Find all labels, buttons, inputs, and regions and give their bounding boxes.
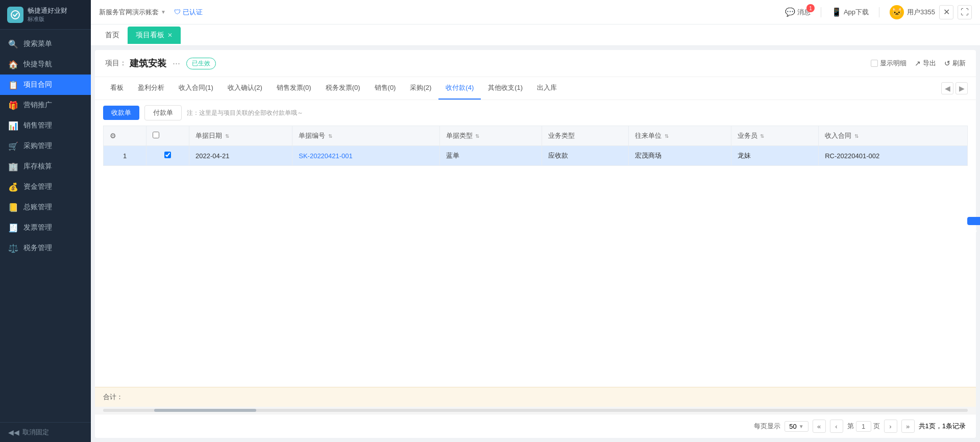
scrollbar-area (95, 407, 976, 414)
shield-icon: 🛡 (174, 8, 181, 16)
sidebar-item-search[interactable]: 🔍 搜索菜单 (0, 34, 91, 54)
sidebar-item-label: 库存核算 (23, 162, 52, 171)
sub-tab-kanban[interactable]: 看板 (103, 77, 131, 100)
content-area: 项目： 建筑安装 ··· 已生效 显示明细 ↗ 导出 ↺ 刷新 (95, 50, 976, 438)
tab-project-board[interactable]: 项目看板 ✕ (128, 27, 181, 44)
tab-home-label: 首页 (105, 31, 119, 40)
tab-project-label: 项目看板 (136, 31, 164, 40)
export-label: 导出 (923, 59, 936, 68)
unpin-icon: ◀◀ (8, 428, 19, 436)
sub-tab-income-contract[interactable]: 收入合同(1) (172, 77, 220, 100)
td-partner: 宏茂商场 (629, 146, 731, 166)
sub-tab-payment[interactable]: 收付款(4) (438, 77, 481, 100)
show-detail-checkbox[interactable]: 显示明细 (871, 59, 906, 68)
settings-icon[interactable]: ⚙ (110, 132, 116, 140)
sub-tab-sales-invoice[interactable]: 销售发票(0) (270, 77, 318, 100)
sidebar-item-sales[interactable]: 📊 销售管理 (0, 115, 91, 136)
project-more-icon[interactable]: ··· (173, 58, 180, 69)
td-index: 1 (104, 146, 146, 166)
sidebar-item-marketing[interactable]: 🎁 营销推广 (0, 95, 91, 115)
sort-type-icon[interactable]: ⇅ (475, 133, 479, 139)
window-controls: ✕ ⛶ (939, 5, 972, 19)
sub-tab-tax-invoice[interactable]: 税务发票(0) (318, 77, 368, 100)
sub-tab-next-button[interactable]: ▶ (955, 82, 968, 94)
app-logo-icon (7, 7, 23, 23)
project-header: 项目： 建筑安装 ··· 已生效 显示明细 ↗ 导出 ↺ 刷新 (95, 50, 976, 77)
close-button[interactable]: ✕ (939, 5, 953, 19)
horizontal-scrollbar-thumb[interactable] (154, 409, 256, 412)
th-salesperson: 业务员 ⇅ (731, 126, 819, 146)
prev-page-button[interactable]: ‹ (830, 420, 843, 433)
sort-date-icon[interactable]: ⇅ (225, 133, 229, 139)
project-prefix: 项目： (105, 59, 127, 68)
sidebar-item-ledger[interactable]: 📒 总账管理 (0, 197, 91, 217)
maximize-button[interactable]: ⛶ (958, 5, 972, 19)
sidebar-item-purchase[interactable]: 🛒 采购管理 (0, 136, 91, 156)
filter-bar: 收款单 付款单 注：这里是与项目关联的全部收付款单哦～ (95, 100, 976, 126)
invoice-icon: 🧾 (8, 223, 18, 233)
sidebar-unpin-button[interactable]: ◀◀ 取消固定 (0, 422, 91, 442)
sort-number-icon[interactable]: ⇅ (328, 133, 332, 139)
sub-tabs: 看板 盈利分析 收入合同(1) 收入确认(2) 销售发票(0) 税务发票(0) … (95, 77, 976, 100)
user-menu[interactable]: 🐱 用户3355 (890, 5, 935, 19)
select-all-checkbox[interactable] (153, 132, 159, 138)
sub-tab-label: 盈利分析 (138, 84, 164, 91)
search-icon: 🔍 (8, 39, 18, 49)
last-page-button[interactable]: » (901, 420, 915, 433)
payment-order-button[interactable]: 付款单 (144, 105, 182, 120)
payment-receipt-button[interactable]: 收款单 (103, 106, 139, 120)
marketing-icon: 🎁 (8, 100, 18, 110)
app-name: 畅捷通好业财 (28, 6, 67, 15)
sidebar-item-label: 总账管理 (23, 203, 52, 212)
page-size-select[interactable]: 50 ▼ (785, 421, 808, 432)
sort-contract-icon[interactable]: ⇅ (854, 133, 859, 139)
sub-tab-purchase[interactable]: 采购(2) (403, 77, 438, 100)
refresh-button[interactable]: ↺ 刷新 (944, 59, 966, 68)
table-row[interactable]: 1 2022-04-21 SK-20220421-001 蓝单 应收款 宏茂商场… (104, 146, 968, 166)
sidebar-item-label: 快捷导航 (23, 60, 52, 69)
th-biz-type: 业务类型 (542, 126, 629, 146)
sidebar-item-inventory[interactable]: 🏢 库存核算 (0, 156, 91, 177)
sidebar-item-finance[interactable]: 💰 资金管理 (0, 177, 91, 197)
sidebar-item-label: 营销推广 (23, 101, 52, 110)
export-button[interactable]: ↗ 导出 (915, 59, 936, 68)
sub-tab-prev-button[interactable]: ◀ (941, 82, 953, 94)
main-area: 新服务官网演示账套 ▼ 🛡 已认证 💬 消息 1 📱 App下载 🐱 用户335… (91, 0, 980, 442)
feedback-button[interactable]: 意见反馈 (967, 217, 980, 225)
sidebar-item-invoice[interactable]: 🧾 发票管理 (0, 217, 91, 238)
messages-button[interactable]: 💬 消息 1 (785, 7, 811, 17)
sub-tab-label: 其他收支(1) (488, 84, 523, 91)
sales-icon: 📊 (8, 120, 18, 131)
th-type-label: 单据类型 (446, 132, 473, 139)
next-page-button[interactable]: › (884, 420, 897, 433)
sub-tab-inout[interactable]: 出入库 (530, 77, 564, 100)
phone-icon: 📱 (831, 7, 842, 17)
document-link[interactable]: SK-20220421-001 (299, 152, 353, 160)
sub-tab-label: 看板 (110, 84, 124, 91)
sub-tab-profit[interactable]: 盈利分析 (131, 77, 172, 100)
sidebar-item-project[interactable]: 📋 项目合同 (0, 75, 91, 95)
sub-tab-sales[interactable]: 销售(0) (368, 77, 403, 100)
sidebar-item-nav[interactable]: 🏠 快捷导航 (0, 54, 91, 75)
td-biz-type: 应收款 (542, 146, 629, 166)
sidebar: 畅捷通好业财 标准版 🔍 搜索菜单 🏠 快捷导航 📋 项目合同 🎁 营销推广 📊… (0, 0, 91, 442)
sub-tab-label: 销售(0) (375, 84, 396, 91)
sidebar-item-tax[interactable]: ⚖️ 税务管理 (0, 238, 91, 258)
sort-partner-icon[interactable]: ⇅ (665, 133, 669, 139)
cert-status-label: 已认证 (183, 8, 203, 17)
page-unit: 页 (873, 422, 880, 431)
row-checkbox[interactable] (164, 152, 171, 158)
first-page-button[interactable]: « (813, 420, 826, 433)
sub-tab-other[interactable]: 其他收支(1) (481, 77, 530, 100)
sub-tab-income-confirm[interactable]: 收入确认(2) (220, 77, 270, 100)
ledger-icon: 📒 (8, 202, 18, 212)
first-page-icon: « (817, 423, 821, 430)
tab-home[interactable]: 首页 (97, 27, 128, 44)
current-page-input[interactable]: 1 (856, 421, 871, 432)
page-info: 第 1 页 (847, 421, 880, 432)
tab-close-icon[interactable]: ✕ (167, 32, 173, 39)
account-selector[interactable]: 新服务官网演示账套 ▼ (99, 8, 174, 17)
td-contract: RC-20220401-002 (819, 146, 968, 166)
sort-salesperson-icon[interactable]: ⇅ (760, 133, 764, 139)
app-download-button[interactable]: 📱 App下载 (831, 7, 869, 17)
